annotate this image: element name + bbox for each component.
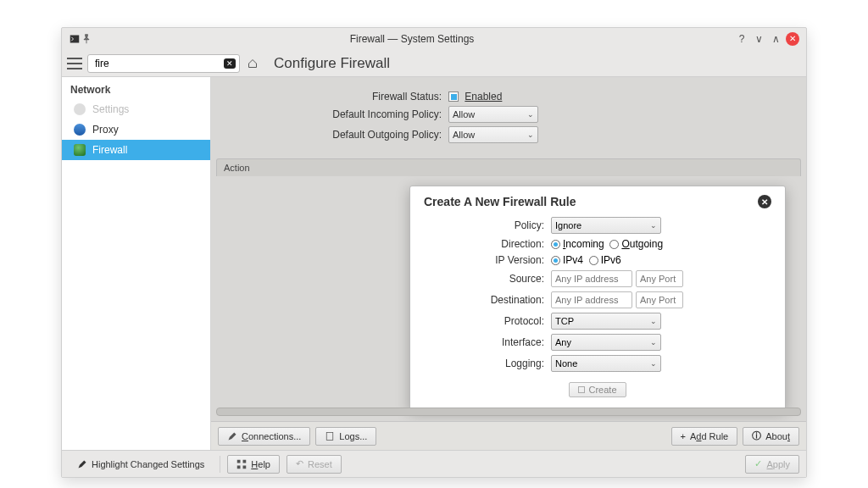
home-icon[interactable] (245, 56, 260, 71)
sidebar-item-firewall[interactable]: Firewall (62, 140, 210, 160)
plus-icon: + (681, 431, 686, 441)
outgoing-policy-combo[interactable]: Allow ⌄ (448, 126, 538, 143)
sidebar-item-settings[interactable]: Settings (62, 99, 210, 119)
chevron-down-icon: ⌄ (650, 359, 657, 368)
panel-bottom-bar: Connections... Logs... + Add Rule ⓘ Abou… (211, 421, 806, 450)
destination-address-input[interactable] (551, 291, 632, 308)
body: Network Settings Proxy Firewall Firewall… (62, 77, 806, 450)
svg-rect-5 (243, 465, 247, 469)
ipv6-label: IPv6 (601, 254, 621, 266)
settings-icon (74, 103, 86, 115)
logging-label: Logging: (424, 358, 551, 369)
apply-label: Apply (766, 459, 790, 469)
highlight-changed-button[interactable]: Highlight Changed Settings (69, 455, 213, 474)
main-panel: Firewall Status: Enabled Default Incomin… (211, 77, 806, 450)
minimize-icon[interactable]: ∨ (752, 33, 765, 45)
status-check-label: Enabled (462, 91, 502, 103)
grid-icon (236, 459, 247, 469)
about-label: About (765, 431, 790, 441)
source-label: Source: (424, 273, 551, 285)
protocol-combo[interactable]: TCP ⌄ (551, 313, 661, 330)
shield-icon (74, 144, 86, 156)
direction-outgoing-radio[interactable] (609, 240, 619, 249)
connections-label: Connections... (242, 431, 301, 441)
direction-incoming-label: Incoming (563, 238, 604, 250)
policy-combo[interactable]: Ignore ⌄ (551, 217, 661, 234)
status-checkbox[interactable] (448, 92, 459, 102)
chevron-down-icon: ⌄ (650, 221, 657, 230)
chevron-down-icon: ⌄ (650, 338, 657, 347)
outgoing-policy-value: Allow (453, 130, 475, 140)
help-label: Help (251, 459, 270, 469)
incoming-policy-combo[interactable]: Allow ⌄ (448, 106, 538, 123)
interface-combo[interactable]: Any ⌄ (551, 334, 661, 351)
svg-rect-0 (70, 36, 80, 43)
create-button[interactable]: Create (569, 382, 626, 397)
ipv4-radio[interactable] (551, 256, 560, 265)
footer: Highlight Changed Settings Help ↶ Reset … (62, 450, 806, 477)
outgoing-policy-label: Default Outgoing Policy: (228, 129, 448, 141)
apply-button[interactable]: ✓ Apply (745, 455, 799, 474)
chevron-down-icon: ⌄ (527, 110, 534, 119)
svg-rect-2 (237, 459, 241, 463)
direction-incoming-radio[interactable] (551, 240, 560, 249)
chevron-down-icon: ⌄ (650, 317, 657, 325)
ipversion-label: IP Version: (424, 254, 551, 266)
destination-label: Destination: (424, 294, 551, 306)
help-titlebar-icon[interactable]: ? (735, 33, 748, 45)
firewall-form: Firewall Status: Enabled Default Incomin… (211, 77, 806, 153)
settings-window: Firewall — System Settings ? ∨ ∧ ✕ ✕ Con… (61, 27, 807, 478)
svg-rect-1 (327, 432, 334, 440)
horizontal-scrollbar[interactable] (216, 408, 801, 416)
sidebar-item-label: Settings (92, 103, 129, 115)
source-address-input[interactable] (551, 270, 632, 287)
policy-value: Ignore (555, 220, 581, 230)
logging-combo[interactable]: None ⌄ (551, 355, 661, 372)
pin-icon[interactable] (81, 34, 92, 44)
sidebar-item-label: Proxy (92, 124, 119, 136)
search-input[interactable]: ✕ (87, 54, 240, 73)
interface-label: Interface: (424, 336, 551, 348)
logging-value: None (555, 358, 577, 369)
document-icon (325, 431, 335, 441)
direction-outgoing-label: Outgoing (621, 238, 663, 250)
search-field[interactable] (93, 57, 224, 70)
new-rule-dialog: Create A New Firewall Rule ✕ Policy: Ign… (409, 186, 786, 410)
incoming-policy-label: Default Incoming Policy: (228, 108, 448, 120)
source-port-input[interactable] (636, 270, 683, 287)
help-button[interactable]: Help (227, 455, 280, 474)
destination-port-input[interactable] (636, 291, 683, 308)
rules-table-header: Action (216, 158, 801, 176)
svg-rect-3 (243, 459, 247, 463)
highlight-label: Highlight Changed Settings (92, 459, 204, 469)
add-rule-button[interactable]: + Add Rule (671, 427, 738, 446)
sidebar-item-proxy[interactable]: Proxy (62, 119, 210, 140)
close-icon[interactable]: ✕ (786, 32, 799, 46)
terminal-icon (69, 34, 81, 44)
dialog-title: Create A New Firewall Rule (424, 195, 576, 208)
about-button[interactable]: ⓘ About (743, 427, 799, 446)
window-title: Firewall — System Settings (92, 33, 732, 45)
create-button-label: Create (588, 385, 616, 395)
dialog-close-icon[interactable]: ✕ (758, 195, 771, 208)
toolbar: ✕ Configure Firewall (62, 50, 806, 77)
protocol-value: TCP (555, 316, 574, 326)
pencil-icon (227, 431, 237, 441)
ipv6-radio[interactable] (589, 256, 598, 265)
clear-search-icon[interactable]: ✕ (224, 58, 236, 69)
svg-rect-4 (237, 465, 241, 469)
ipv4-label: IPv4 (563, 254, 583, 266)
check-icon: ✓ (754, 458, 762, 469)
logs-button[interactable]: Logs... (315, 427, 376, 446)
reset-button[interactable]: ↶ Reset (287, 455, 342, 474)
protocol-label: Protocol: (424, 315, 551, 327)
direction-label: Direction: (424, 238, 551, 250)
add-rule-label: Add Rule (690, 431, 728, 441)
maximize-icon[interactable]: ∧ (769, 33, 782, 45)
logs-label: Logs... (339, 431, 367, 441)
reset-label: Reset (308, 459, 332, 469)
interface-value: Any (555, 337, 571, 347)
hamburger-icon[interactable] (67, 58, 82, 69)
highlight-icon (77, 459, 87, 469)
connections-button[interactable]: Connections... (218, 427, 310, 446)
